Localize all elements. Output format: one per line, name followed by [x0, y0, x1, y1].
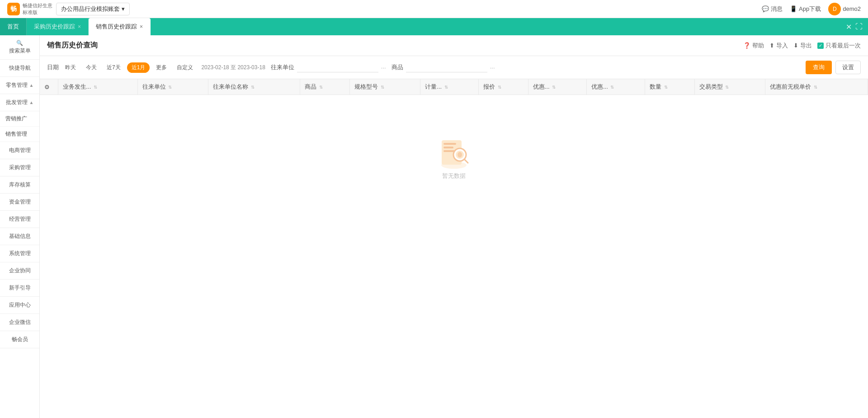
sidebar-item-basic-info[interactable]: 基础信息 — [0, 228, 39, 245]
import-btn[interactable]: ⬆ 导入 — [769, 42, 788, 50]
filter-actions: 查询 设置 — [806, 61, 861, 74]
export-btn[interactable]: ⬇ 导出 — [793, 42, 812, 50]
tab-sales-history[interactable]: 销售历史价跟踪 × — [89, 18, 151, 35]
table-col-partner-name[interactable]: 往来单位名称 ⇅ — [208, 79, 300, 95]
filter-bar: 日期 昨天 今天 近7天 近1月 更多 自定义 2023-02-18 至 202… — [40, 56, 868, 79]
fullscreen-btn[interactable]: ⛶ — [855, 23, 863, 31]
table-col-discount2[interactable]: 优惠... ⇅ — [586, 79, 645, 95]
table-col-product[interactable]: 商品 ⇅ — [300, 79, 349, 95]
sidebar-item-retail-mgmt[interactable]: 零售管理 ▲ — [0, 77, 39, 94]
tab-home[interactable]: 首页 — [0, 18, 27, 35]
close-tab-purchase[interactable]: × — [78, 24, 81, 30]
close-window-btn[interactable]: ✕ — [846, 23, 852, 31]
sidebar: 🔍 搜索菜单 快捷导航 零售管理 ▲ 批发管理 ▲ 营销推广 销售管理 电商管理… — [0, 35, 40, 418]
app-download-btn[interactable]: 📱 App下载 — [790, 5, 821, 13]
tab-bar-actions: ✕ ⛶ — [846, 23, 868, 31]
sidebar-item-marketing[interactable]: 营销推广 — [0, 111, 39, 127]
product-input[interactable] — [406, 62, 487, 72]
table-col-biz-date[interactable]: 业务发生... ⇅ — [58, 79, 137, 95]
table-col-settings: ⚙ — [40, 79, 58, 95]
svg-rect-3 — [443, 147, 453, 148]
app-selector[interactable]: 办公用品行业模拟账套 ▾ — [56, 3, 130, 15]
product-dots[interactable]: ··· — [490, 64, 495, 71]
table-col-trade-type[interactable]: 交易类型 ⇅ — [694, 79, 765, 95]
table-header-row: ⚙ 业务发生... ⇅ 往来单位 ⇅ 往来单位名称 ⇅ — [40, 79, 868, 95]
message-icon: 💬 — [762, 5, 769, 12]
date-more-btn[interactable]: 更多 — [152, 62, 170, 73]
table-col-spec[interactable]: 规格型号 ⇅ — [349, 79, 420, 95]
settings-icon[interactable]: ⚙ — [44, 84, 50, 90]
main-layout: 🔍 搜索菜单 快捷导航 零售管理 ▲ 批发管理 ▲ 营销推广 销售管理 电商管理… — [0, 35, 868, 418]
logo-area: 畅 畅捷信好生意 标准版 — [7, 2, 52, 15]
sort-icon: ⇅ — [381, 85, 384, 90]
sidebar-item-operations-mgmt[interactable]: 经营管理 — [0, 211, 39, 228]
empty-state: 暂无数据 — [40, 95, 868, 216]
sidebar-item-new-guide[interactable]: 新手引导 — [0, 280, 39, 297]
chevron-down-icon: ▾ — [122, 5, 125, 12]
sidebar-item-finance-mgmt[interactable]: 资金管理 — [0, 194, 39, 211]
date-custom-btn[interactable]: 自定义 — [173, 62, 197, 73]
sidebar-item-search-menu[interactable]: 🔍 搜索菜单 — [0, 35, 39, 60]
svg-rect-2 — [443, 143, 456, 145]
sort-icon: ⇅ — [664, 85, 668, 90]
table-col-partner-code[interactable]: 往来单位 ⇅ — [137, 79, 208, 95]
sort-icon: ⇅ — [552, 85, 556, 90]
sidebar-item-system-mgmt[interactable]: 系统管理 — [0, 245, 39, 262]
sidebar-item-enterprise-collab[interactable]: 企业协同 — [0, 262, 39, 280]
sidebar-item-member[interactable]: 畅会员 — [0, 331, 39, 348]
date-yesterday-btn[interactable]: 昨天 — [61, 62, 80, 73]
download-icon: 📱 — [790, 5, 797, 12]
date-last7-btn[interactable]: 近7天 — [103, 62, 124, 73]
date-filter-group: 日期 昨天 今天 近7天 近1月 更多 自定义 2023-02-18 至 202… — [47, 62, 265, 73]
page-title: 销售历史价查询 — [47, 41, 98, 50]
sort-icon: ⇅ — [251, 85, 255, 90]
table-col-discount1[interactable]: 优惠... ⇅ — [528, 79, 586, 95]
sidebar-item-quick-nav[interactable]: 快捷导航 — [0, 60, 39, 77]
table-col-quote[interactable]: 报价 ⇅ — [479, 79, 528, 95]
sort-icon: ⇅ — [498, 85, 501, 90]
sidebar-item-inventory[interactable]: 库存核算 — [0, 176, 39, 194]
page-actions: ❓ 帮助 ⬆ 导入 ⬇ 导出 ✓ 只看最后一次 — [743, 42, 861, 50]
setting-btn[interactable]: 设置 — [835, 61, 861, 74]
svg-point-8 — [458, 152, 462, 157]
sort-icon: ⇅ — [610, 85, 614, 90]
partner-dots[interactable]: ··· — [381, 64, 386, 71]
export-icon: ⬇ — [793, 42, 798, 49]
sort-icon: ⇅ — [814, 85, 817, 90]
avatar: D — [828, 3, 841, 15]
table-col-pretax-price[interactable]: 优惠前无税单价 ⇅ — [765, 79, 868, 95]
sidebar-item-ecommerce-mgmt[interactable]: 电商管理 — [0, 142, 39, 159]
search-btn[interactable]: 查询 — [806, 61, 832, 74]
sidebar-item-sales-mgmt[interactable]: 销售管理 — [0, 127, 39, 142]
import-icon: ⬆ — [769, 42, 774, 49]
top-bar: 畅 畅捷信好生意 标准版 办公用品行业模拟账套 ▾ 💬 消息 📱 App下载 D… — [0, 0, 868, 18]
partner-label: 往来单位 — [271, 63, 294, 71]
sidebar-item-wholesale-mgmt[interactable]: 批发管理 ▲ — [0, 94, 39, 111]
user-menu[interactable]: D demo2 — [828, 3, 861, 15]
tab-bar: 首页 采购历史价跟踪 × 销售历史价跟踪 × ✕ ⛶ — [0, 18, 868, 35]
table-col-unit[interactable]: 计量... ⇅ — [420, 79, 479, 95]
search-icon: 🔍 — [16, 40, 23, 46]
sidebar-item-enterprise-wechat[interactable]: 企业微信 — [0, 314, 39, 331]
product-label: 商品 — [392, 63, 403, 71]
date-range-display: 2023-02-18 至 2023-03-18 — [201, 64, 265, 71]
partner-input[interactable] — [297, 62, 378, 72]
sidebar-item-purchase-mgmt[interactable]: 采购管理 — [0, 159, 39, 176]
product-filter-group: 商品 ··· — [392, 62, 495, 72]
sidebar-item-app-center[interactable]: 应用中心 — [0, 297, 39, 314]
date-today-btn[interactable]: 今天 — [82, 62, 100, 73]
only-last-checkbox-area[interactable]: ✓ 只看最后一次 — [817, 42, 861, 50]
data-table: ⚙ 业务发生... ⇅ 往来单位 ⇅ 往来单位名称 ⇅ — [40, 79, 868, 95]
content-area: 销售历史价查询 ❓ 帮助 ⬆ 导入 ⬇ 导出 ✓ — [40, 35, 868, 418]
svg-line-7 — [464, 159, 468, 163]
close-tab-sales[interactable]: × — [140, 24, 143, 30]
tab-purchase-history[interactable]: 采购历史价跟踪 × — [27, 18, 89, 35]
date-last1m-btn[interactable]: 近1月 — [127, 62, 150, 73]
table-col-quantity[interactable]: 数量 ⇅ — [645, 79, 694, 95]
sort-icon: ⇅ — [168, 85, 172, 90]
date-label: 日期 — [47, 63, 59, 71]
table-container: ⚙ 业务发生... ⇅ 往来单位 ⇅ 往来单位名称 ⇅ — [40, 79, 868, 418]
message-btn[interactable]: 💬 消息 — [762, 5, 783, 13]
help-btn[interactable]: ❓ 帮助 — [743, 42, 764, 50]
top-bar-right: 💬 消息 📱 App下载 D demo2 — [762, 3, 861, 15]
